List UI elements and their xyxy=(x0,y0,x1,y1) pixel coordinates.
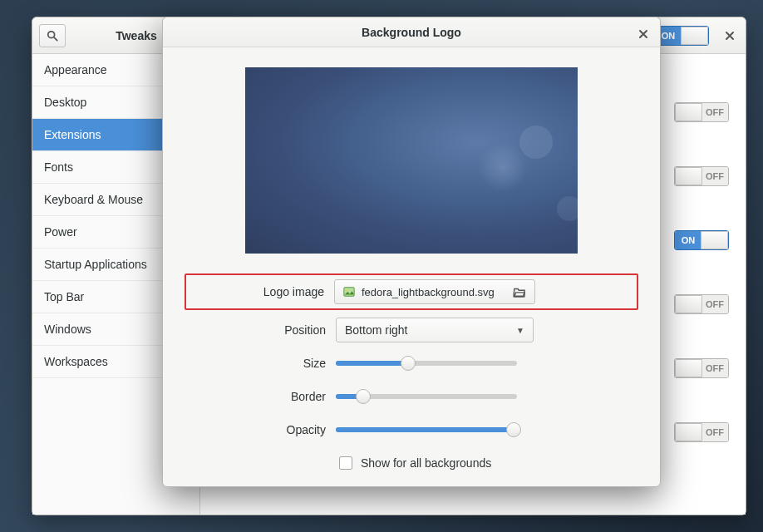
position-combo[interactable]: Bottom right ▼ xyxy=(336,318,534,342)
extension-toggle[interactable] xyxy=(674,358,729,378)
search-icon xyxy=(47,30,58,42)
search-button[interactable] xyxy=(39,24,66,47)
extension-toggle[interactable] xyxy=(674,294,729,314)
logo-file-name: fedora_lightbackground.svg xyxy=(362,286,495,298)
size-label: Size xyxy=(185,357,326,370)
tweaks-close-button[interactable] xyxy=(721,27,739,45)
extension-row xyxy=(674,230,729,250)
position-value: Bottom right xyxy=(345,323,407,337)
image-file-icon xyxy=(343,286,355,298)
size-slider[interactable] xyxy=(336,361,517,366)
extension-row xyxy=(674,422,729,442)
close-icon xyxy=(638,29,648,39)
dialog-title: Background Logo xyxy=(362,26,461,39)
open-file-icon xyxy=(513,286,526,298)
slider-thumb[interactable] xyxy=(401,356,416,371)
border-label: Border xyxy=(185,390,326,403)
show-all-label: Show for all backgrounds xyxy=(361,456,491,470)
svg-point-3 xyxy=(346,289,347,291)
background-logo-dialog: Background Logo Logo image fedora_lightb… xyxy=(162,17,661,487)
wallpaper-preview xyxy=(245,67,578,254)
extension-toggle[interactable] xyxy=(674,230,729,250)
opacity-slider[interactable] xyxy=(336,427,517,432)
svg-line-1 xyxy=(54,37,57,41)
extension-toggle[interactable] xyxy=(674,102,729,122)
opacity-label: Opacity xyxy=(185,423,326,436)
show-all-checkbox[interactable] xyxy=(339,456,352,470)
border-slider[interactable] xyxy=(336,394,517,399)
logo-image-label: Logo image xyxy=(191,285,324,298)
close-icon xyxy=(725,31,735,41)
extension-row xyxy=(674,294,729,314)
position-label: Position xyxy=(185,323,326,337)
header-toggle[interactable] xyxy=(654,26,709,46)
slider-thumb[interactable] xyxy=(356,389,371,404)
extension-toggle[interactable] xyxy=(674,166,729,186)
logo-file-chooser[interactable]: fedora_lightbackground.svg xyxy=(334,279,535,304)
dialog-titlebar: Background Logo xyxy=(163,17,660,47)
chevron-down-icon: ▼ xyxy=(516,326,524,335)
extension-row xyxy=(674,102,729,122)
extension-row xyxy=(674,358,729,378)
logo-image-row-highlight: Logo image fedora_lightbackground.svg xyxy=(185,273,638,310)
extension-toggle[interactable] xyxy=(674,422,729,442)
dialog-close-button[interactable] xyxy=(635,26,652,42)
svg-point-0 xyxy=(48,31,55,37)
extension-row xyxy=(674,166,729,186)
slider-thumb[interactable] xyxy=(506,422,521,437)
svg-rect-2 xyxy=(344,288,354,297)
